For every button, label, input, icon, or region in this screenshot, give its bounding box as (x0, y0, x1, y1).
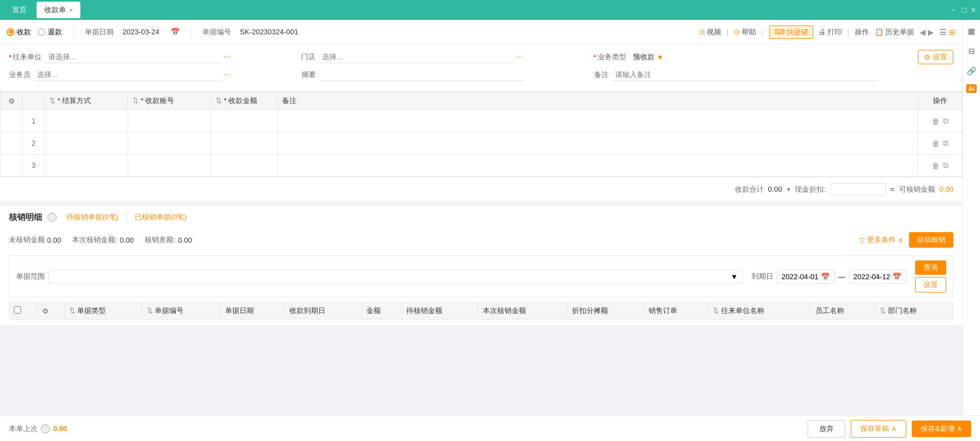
row1-account-cell[interactable] (128, 110, 211, 132)
tab-close-icon[interactable]: × (69, 7, 73, 13)
receipt-radio[interactable]: 收款 (7, 27, 31, 37)
shortcut-icon: ⌨ (774, 28, 785, 36)
bottom-settings-gear-icon[interactable]: ⚙ (42, 307, 49, 315)
auto-verify-btn[interactable]: 自动核销 (909, 232, 953, 248)
bill-date-calendar-icon[interactable]: 📅 (171, 28, 180, 36)
business-dropdown-icon[interactable]: ▼ (657, 53, 664, 61)
abandon-btn[interactable]: 放弃 (808, 420, 845, 438)
more-conditions-btn[interactable]: ▽ 更多条件 ∧ (859, 235, 904, 245)
sidebar-ai-btn[interactable]: Ai (966, 84, 977, 93)
help-btn[interactable]: ⊙ 帮助 (734, 27, 756, 37)
row3-note-cell[interactable] (278, 155, 918, 177)
sidebar-link-icon[interactable]: 🔗 (965, 64, 978, 78)
current-value: 0.00 (120, 236, 134, 244)
salesperson-input[interactable] (34, 69, 221, 81)
table-header-row: ⚙ ⇅ * 结算方式 ⇅ * 收款账号 ⇅ * 收 (1, 92, 962, 110)
row2-copy-icon[interactable]: ⧉ (943, 139, 948, 148)
due-date-start-value: 2022-04-01 (782, 273, 819, 281)
business-type-field: * 业务类型 预收款 ▼ (594, 52, 876, 62)
table-row: 3 🗑 ⧉ (1, 155, 962, 177)
shop-input[interactable] (319, 51, 513, 63)
col-bill-date-header: 单据日期 (220, 302, 284, 320)
due-date-start-input[interactable]: 2022-04-01 📅 (777, 270, 835, 284)
row3-settings-cell (1, 155, 23, 177)
card-view-icon[interactable]: ⊞ (949, 28, 956, 37)
note-label: 备注 (282, 96, 297, 105)
due-date-end-value: 2022-04-12 (854, 273, 891, 281)
discount-label: 现金折扣: (795, 184, 826, 194)
print-icon: 🖨 (819, 28, 826, 36)
minimize-btn[interactable]: － (950, 5, 957, 15)
row1-note-cell[interactable] (278, 110, 918, 132)
save-new-btn[interactable]: 保存&新增 ∧ (912, 421, 971, 437)
bill-date-value[interactable]: 2023-03-24 (122, 28, 160, 36)
row3-copy-icon[interactable]: ⧉ (943, 161, 948, 170)
note-field: 备注 (594, 69, 878, 81)
row3-delete-icon[interactable]: 🗑 (932, 161, 940, 170)
operation-btn[interactable]: 操作 (855, 27, 869, 37)
diff-value: 0.00 (178, 236, 192, 244)
counterpart-input[interactable] (45, 51, 221, 63)
row2-note-cell[interactable] (278, 132, 918, 155)
tab-home[interactable]: 首页 (4, 2, 34, 18)
close-btn[interactable]: × (971, 6, 976, 14)
history-btn[interactable]: 📋 历史单据 (875, 27, 914, 37)
table-settings-gear-icon[interactable]: ⚙ (8, 97, 15, 105)
note-input[interactable] (612, 69, 878, 81)
col-amount-bottom-header: 金额 (361, 302, 402, 320)
nav-next-btn[interactable]: ▶ (928, 28, 934, 37)
toolbar: 收款 退款 单据日期 2023-03-24 📅 单据编号 SK-20230324… (0, 20, 962, 44)
total-label: 收款合计 (735, 184, 764, 194)
refund-radio[interactable]: 退款 (38, 27, 62, 37)
list-view-icon[interactable]: ☰ (940, 28, 947, 37)
row3-settlement-cell[interactable] (45, 155, 128, 177)
bill-range-select[interactable]: ▼ (48, 270, 743, 284)
nav-arrows: ◀ ▶ (920, 28, 934, 37)
row1-settlement-cell[interactable] (45, 110, 128, 132)
done-tab[interactable]: 已核销单据(0笔) (130, 211, 191, 223)
print-btn[interactable]: 🖨 打印 (819, 27, 842, 37)
bill-range-label: 单据范围 (16, 271, 45, 281)
row1-copy-icon[interactable]: ⧉ (943, 116, 948, 126)
draft-btn[interactable]: 保存草稿 ∧ (851, 420, 906, 438)
row2-settlement-cell[interactable] (45, 132, 128, 155)
filter-settings-btn[interactable]: 设置 (915, 277, 946, 293)
save-new-arrow-icon: ∧ (957, 424, 962, 433)
pending-tab[interactable]: 待核销单据(0笔) (62, 211, 123, 223)
window-controls: － □ × (950, 5, 976, 15)
draft-label: 保存草稿 (860, 424, 889, 434)
counterpart-label: 往来单位 (13, 52, 42, 62)
sidebar-inbox-icon[interactable]: ⊟ (965, 44, 978, 58)
select-all-checkbox[interactable] (14, 306, 21, 314)
summary-input[interactable] (319, 69, 523, 81)
row2-delete-icon[interactable]: 🗑 (932, 139, 940, 148)
salesperson-more-btn[interactable]: ··· (223, 70, 231, 80)
video-btn[interactable]: ⊙ 视频 (699, 27, 721, 37)
sidebar-table-icon[interactable]: ▦ (965, 24, 978, 38)
row2-account-cell[interactable] (128, 132, 211, 155)
col-bill-type-header: ⇅ 单据类型 (64, 302, 142, 320)
stats-right: ▽ 更多条件 ∧ 自动核销 (859, 232, 953, 248)
due-date-end-input[interactable]: 2022-04-12 📅 (849, 270, 907, 284)
summary-field: 摘要 (302, 69, 523, 81)
tab-current[interactable]: 收款单 × (37, 2, 80, 18)
row1-amount-cell[interactable] (211, 110, 278, 132)
query-btn[interactable]: 查询 (915, 260, 946, 275)
summary-row: 收款合计 0.00 + 现金折扣: = 可核销金额 0.00 (0, 177, 962, 201)
print-label: 打印 (828, 27, 842, 37)
shortcut-btn[interactable]: ⌨ 快捷键 (769, 25, 813, 39)
row1-delete-icon[interactable]: 🗑 (932, 117, 940, 126)
settings-btn[interactable]: ⚙ 设置 (918, 50, 953, 64)
nav-prev-btn[interactable]: ◀ (920, 28, 926, 37)
row3-amount-cell[interactable] (211, 155, 278, 177)
form-row-2: 业务员 ··· 摘要 备注 (9, 69, 953, 81)
verification-info-icon[interactable]: ⓘ (48, 213, 57, 222)
discount-input[interactable] (830, 183, 886, 196)
col-amount-header: ⇅ * 收款金额 (211, 92, 278, 110)
row3-account-cell[interactable] (128, 155, 211, 177)
counterpart-more-btn[interactable]: ··· (223, 52, 231, 62)
shop-more-btn[interactable]: ··· (515, 52, 523, 62)
maximize-btn[interactable]: □ (962, 6, 966, 14)
info-icon-bottom[interactable]: ⓘ (41, 424, 50, 433)
row2-amount-cell[interactable] (211, 132, 278, 155)
